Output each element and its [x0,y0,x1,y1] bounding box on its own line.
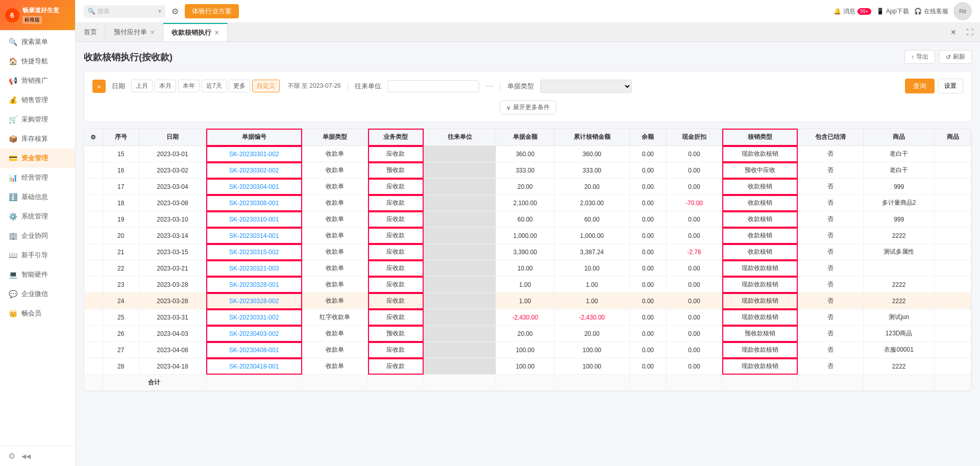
bill-no-link[interactable]: SK-20230418-001 [229,363,279,370]
table-cell[interactable]: SK-20230331-002 [206,309,302,326]
table-cell: ████████ [424,162,496,179]
sidebar-item-sales[interactable]: 💰 销售管理 [0,90,75,110]
sidebar-item-marketing[interactable]: 📢 营销推广 [0,71,75,90]
sidebar-item-smart-hw[interactable]: 💻 智能硬件 [0,265,75,284]
table-cell[interactable]: SK-20230408-001 [206,342,302,358]
table-scroll-area[interactable]: ⚙ 序号 日期 单据编号 单据类型 业务类型 往来单位 单据金额 累计核销金额 … [84,129,971,391]
sidebar-item-base-info[interactable]: ℹ️ 基础信息 [0,187,75,207]
sidebar-item-system[interactable]: ⚙️ 系统管理 [0,207,75,226]
sidebar-item-quick-nav[interactable]: 🏠 快捷导航 [0,52,75,71]
column-settings-header[interactable]: ⚙ [84,129,103,146]
gear-icon[interactable]: ⚙ [90,134,96,141]
table-cell: 现款收款核销 [722,146,798,162]
table-cell: 0.00 [630,358,667,375]
filter-toggle-btn[interactable]: » [92,80,106,93]
sidebar-settings-icon[interactable]: ⚙ [8,451,15,461]
topbar-gear-icon[interactable]: ⚙ [172,7,179,16]
sidebar-item-operations[interactable]: 📊 经营管理 [0,168,75,187]
table-cell: 60.00 [554,211,630,228]
maximize-btn[interactable]: ⛶ [964,26,976,38]
bill-no-link[interactable]: SK-20230328-001 [229,281,279,288]
bill-no-link[interactable]: SK-20230403-002 [229,330,279,337]
bill-no-link[interactable]: SK-20230308-001 [229,200,279,207]
table-cell[interactable]: SK-20230403-002 [206,326,302,342]
counterparty-input[interactable] [387,80,479,92]
refresh-icon: ↺ [946,54,951,61]
table-cell[interactable]: SK-20230328-002 [206,293,302,309]
close-receipt-verify-tab-icon[interactable]: ✕ [214,30,219,36]
bill-no-link[interactable]: SK-20230301-002 [229,151,279,158]
sidebar-collapse-icon[interactable]: ◀◀ [21,453,31,460]
table-cell [863,260,934,277]
more-filter-dots[interactable]: ··· [485,81,493,91]
expand-more-btn[interactable]: ∨ 展开更多条件 [500,101,556,114]
sidebar-item-search[interactable]: 🔍 搜索菜单 [0,32,75,52]
online-service-btn[interactable]: 🎧 在线客服 [914,7,948,16]
custom-date-btn[interactable]: 自定义 [252,80,280,92]
bill-no-link[interactable]: SK-20230304-001 [229,183,279,190]
table-cell: ████████ [424,195,496,211]
filter-settings-button[interactable]: 设置 [938,79,963,93]
table-cell: 应收款 [368,358,424,375]
table-cell [935,146,971,162]
table-cell[interactable]: SK-20230301-002 [206,146,302,162]
table-cell: 1,000.00 [554,228,630,244]
last-7-days-btn[interactable]: 近7天 [202,80,227,92]
refresh-button[interactable]: ↺ 刷新 [939,50,972,64]
table-cell: 否 [798,228,864,244]
bill-no-link[interactable]: SK-20230328-002 [229,298,279,305]
sidebar-item-inventory[interactable]: 📦 库存核算 [0,129,75,149]
tab-receipt-verify[interactable]: 收款核销执行 ✕ [163,23,228,41]
bill-type-select[interactable] [540,80,632,93]
close-prepay-tab-icon[interactable]: ✕ [150,29,155,36]
query-button[interactable]: 查询 [905,79,935,93]
box-icon: 📦 [8,134,17,143]
table-cell[interactable]: SK-20230321-003 [206,260,302,277]
table-cell[interactable]: SK-20230302-002 [206,162,302,179]
table-cell[interactable]: SK-20230310-001 [206,211,302,228]
sidebar-item-purchase[interactable]: 🛒 采购管理 [0,110,75,129]
bill-no-link[interactable]: SK-20230315-002 [229,249,279,256]
bill-no-link[interactable]: SK-20230408-001 [229,347,279,354]
app-download-btn[interactable]: 📱 App下载 [876,7,909,16]
topbar-search[interactable]: 🔍 搜索 ▾ [84,5,165,18]
sidebar-item-enterprise[interactable]: 🏢 企业协同 [0,226,75,246]
table-cell: 20.00 [554,179,630,195]
sidebar-item-finance[interactable]: 💳 资金管理 [0,149,75,168]
table-cell: 多计量商品2 [863,195,934,211]
sidebar-item-member[interactable]: 👑 畅会员 [0,304,75,323]
chart-icon: 📊 [8,173,17,182]
table-cell: 360.00 [554,146,630,162]
table-cell: 3,387.24 [554,244,630,260]
table-cell: 0.00 [666,260,722,277]
sidebar-item-guide[interactable]: 📖 新手引导 [0,246,75,265]
bill-no-link[interactable]: SK-20230331-002 [229,314,279,321]
total-accumulated [554,375,630,391]
last-month-btn[interactable]: 上月 [131,80,153,92]
this-year-btn[interactable]: 本年 [178,80,200,92]
table-cell[interactable]: SK-20230418-001 [206,358,302,375]
close-all-tabs-btn[interactable]: ✕ [947,26,960,38]
bill-no-link[interactable]: SK-20230310-001 [229,216,279,223]
app-logo-text: 畅康道好生意 标推版 [22,6,59,24]
tab-prepay-order[interactable]: 预付应付单 ✕ [106,23,163,41]
sidebar-item-wechat[interactable]: 💬 企业微信 [0,284,75,304]
bill-no-link[interactable]: SK-20230314-001 [229,232,279,239]
more-date-btn[interactable]: 更多 [229,80,250,92]
bill-no-link[interactable]: SK-20230321-003 [229,265,279,272]
table-cell: 1.00 [554,277,630,293]
table-cell[interactable]: SK-20230304-001 [206,179,302,195]
notifications-btn[interactable]: 🔔 消息 99+ [834,7,871,16]
table-cell[interactable]: SK-20230315-002 [206,244,302,260]
this-month-btn[interactable]: 本月 [155,80,176,92]
table-cell: 收款单 [302,179,368,195]
tab-home[interactable]: 首页 [76,23,106,41]
export-button[interactable]: ↑ 导出 [904,50,935,64]
solution-button[interactable]: 体验行业方案 [185,4,239,18]
table-cell[interactable]: SK-20230314-001 [206,228,302,244]
user-avatar[interactable]: Rit [953,2,972,20]
table-cell[interactable]: SK-20230328-001 [206,277,302,293]
bill-no-link[interactable]: SK-20230302-002 [229,167,279,174]
table-cell[interactable]: SK-20230308-001 [206,195,302,211]
table-cell: 20.00 [496,179,554,195]
